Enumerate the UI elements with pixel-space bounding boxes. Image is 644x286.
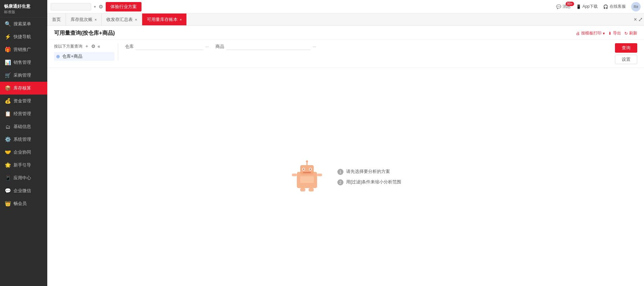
sidebar-item-search[interactable]: 🔍搜索菜单 (0, 18, 47, 30)
sidebar-label-appcenter: 应用中心 (14, 175, 31, 181)
warehouse-field: 仓库 ··· (125, 43, 209, 50)
user-avatar-area[interactable]: Rit (631, 2, 641, 11)
tabbar-actions: × ⤢ (634, 14, 644, 25)
print-chevron-icon: ▾ (603, 31, 605, 36)
sidebar-label-wechat: 企业微信 (14, 188, 31, 194)
tab-available-close[interactable]: × (180, 18, 182, 22)
filter-settings-btn[interactable]: 设置 (615, 55, 637, 64)
sidebar-item-newbie[interactable]: 🌟新手引导 (0, 159, 47, 172)
collapse-scheme-icon[interactable]: « (98, 44, 100, 49)
sidebar-icon-inventory: 📦 (5, 85, 11, 91)
topbar-chevron-icon[interactable]: ▾ (94, 4, 96, 9)
product-label: 商品 (215, 44, 224, 50)
sidebar-icon-quicknav: ⚡ (5, 34, 11, 40)
avatar: Rit (631, 2, 641, 11)
sidebar-item-marketing[interactable]: 🎁营销推广 (0, 43, 47, 56)
tip-num-2: 2 (337, 179, 343, 185)
sidebar-label-enterprise: 企业协同 (14, 149, 31, 155)
sidebar-item-wechat[interactable]: 💬企业微信 (0, 184, 47, 197)
message-badge: 99+ (566, 2, 574, 6)
sidebar-label-search: 搜索菜单 (14, 21, 31, 27)
scheme-header-label: 按以下方案查询 (54, 44, 82, 49)
warehouse-input[interactable] (136, 43, 203, 50)
sidebar-item-inventory[interactable]: 📦库存核算 (0, 82, 47, 95)
svg-rect-6 (303, 172, 311, 173)
sidebar-item-finance[interactable]: 💰资金管理 (0, 95, 47, 107)
refresh-btn[interactable]: ↻ 刷新 (624, 30, 637, 36)
online-service-label: 在线客服 (610, 4, 626, 9)
query-btn[interactable]: 查询 (615, 43, 637, 53)
svg-rect-7 (300, 176, 314, 183)
online-service[interactable]: 🎧 在线客服 (603, 4, 626, 9)
page-header: 可用量查询(按仓库+商品) 🖨 按模板打印 ▾ ⬇ 导出 ↻ 刷新 (47, 26, 644, 40)
sidebar-item-member[interactable]: 👑畅会员 (0, 197, 47, 210)
page-header-actions: 🖨 按模板打印 ▾ ⬇ 导出 ↻ 刷新 (576, 30, 637, 36)
phone-icon: 📱 (576, 4, 581, 9)
search-input[interactable] (54, 4, 81, 9)
print-btn[interactable]: 🖨 按模板打印 ▾ (576, 30, 605, 36)
tab-batch[interactable]: 库存批次账 × (66, 14, 102, 25)
sidebar-label-marketing: 营销推广 (14, 47, 31, 53)
warehouse-more-btn[interactable]: ··· (205, 44, 209, 49)
message-area[interactable]: 💬 消息 99+ (556, 4, 571, 9)
topbar: ▾ ⚙ 体验行业方案 💬 消息 99+ 📱 App下载 🎧 在线客服 Rit (47, 0, 644, 14)
svg-point-9 (306, 160, 308, 162)
tip-text-1: 请先选择要分析的方案 (346, 168, 390, 175)
sidebar-item-basic[interactable]: 🗂基础信息 (0, 120, 47, 133)
topbar-search-box[interactable] (51, 3, 91, 10)
tab-home[interactable]: 首页 (47, 14, 66, 25)
sidebar-item-enterprise[interactable]: 🤝企业协同 (0, 146, 47, 159)
export-label: 导出 (613, 30, 621, 36)
sidebar-item-appcenter[interactable]: 📱应用中心 (0, 172, 47, 184)
topbar-gear-icon[interactable]: ⚙ (99, 4, 103, 10)
sidebar-icon-marketing: 🎁 (5, 47, 11, 53)
sidebar-icon-member: 👑 (5, 201, 11, 207)
add-scheme-icon[interactable]: ＋ (84, 43, 89, 49)
sidebar-icon-finance: 💰 (5, 98, 11, 104)
sidebar-label-member: 畅会员 (14, 201, 27, 207)
sidebar-icon-appcenter: 📱 (5, 175, 11, 181)
industry-btn[interactable]: 体验行业方案 (106, 2, 141, 11)
tab-bar: 首页 库存批次账 × 收发存汇总表 × 可用量库存账本 × × ⤢ (47, 14, 644, 26)
sidebar-label-quicknav: 快捷导航 (14, 34, 31, 40)
product-more-btn[interactable]: ··· (313, 44, 316, 49)
settings-scheme-icon[interactable]: ⚙ (91, 44, 96, 49)
tab-summary[interactable]: 收发存汇总表 × (102, 14, 142, 25)
sidebar-item-sales[interactable]: 📊销售管理 (0, 56, 47, 69)
svg-rect-11 (317, 174, 322, 176)
sidebar-icon-system: ⚙️ (5, 136, 11, 142)
tip-num-1: 1 (337, 169, 343, 175)
tab-summary-close[interactable]: × (135, 18, 137, 22)
svg-rect-12 (300, 188, 305, 191)
sidebar-label-sales: 销售管理 (14, 59, 31, 66)
sidebar-item-operation[interactable]: 📋经营管理 (0, 107, 47, 120)
warehouse-label: 仓库 (125, 44, 134, 50)
expand-tab-button[interactable]: ⤢ (638, 16, 643, 23)
query-buttons: 查询 设置 (612, 43, 637, 64)
refresh-label: 刷新 (629, 30, 637, 36)
scheme-item-warehouse-product[interactable]: ⊕ 仓库+商品 (54, 52, 114, 61)
export-btn[interactable]: ⬇ 导出 (608, 30, 621, 36)
export-icon: ⬇ (608, 31, 612, 36)
sidebar-item-system[interactable]: ⚙️系统管理 (0, 133, 47, 146)
close-tab-button[interactable]: × (634, 17, 637, 23)
sidebar-item-quicknav[interactable]: ⚡快捷导航 (0, 30, 47, 43)
svg-rect-10 (292, 174, 297, 176)
empty-tip-2: 2 用[过滤]条件来缩小分析范围 (337, 179, 401, 185)
sidebar-label-newbie: 新手引导 (14, 162, 31, 168)
sidebar-logo: 畅康通好生意 标准版 (0, 0, 47, 18)
sidebar-label-basic: 基础信息 (14, 124, 31, 130)
tip-text-2: 用[过滤]条件来缩小分析范围 (346, 179, 401, 185)
sidebar-item-purchase[interactable]: 🛒采购管理 (0, 69, 47, 82)
product-field: 商品 ··· (215, 43, 316, 50)
message-icon: 💬 (556, 4, 561, 9)
product-input[interactable] (226, 43, 311, 50)
app-download[interactable]: 📱 App下载 (576, 4, 598, 9)
scheme-panel-header: 按以下方案查询 ＋ ⚙ « (54, 43, 114, 49)
tab-available[interactable]: 可用量库存账本 × (142, 14, 187, 25)
empty-tip-1: 1 请先选择要分析的方案 (337, 168, 401, 175)
sidebar-icon-purchase: 🛒 (5, 72, 11, 78)
page-title: 可用量查询(按仓库+商品) (54, 30, 115, 37)
tab-batch-close[interactable]: × (95, 18, 97, 22)
refresh-icon: ↻ (624, 31, 628, 36)
